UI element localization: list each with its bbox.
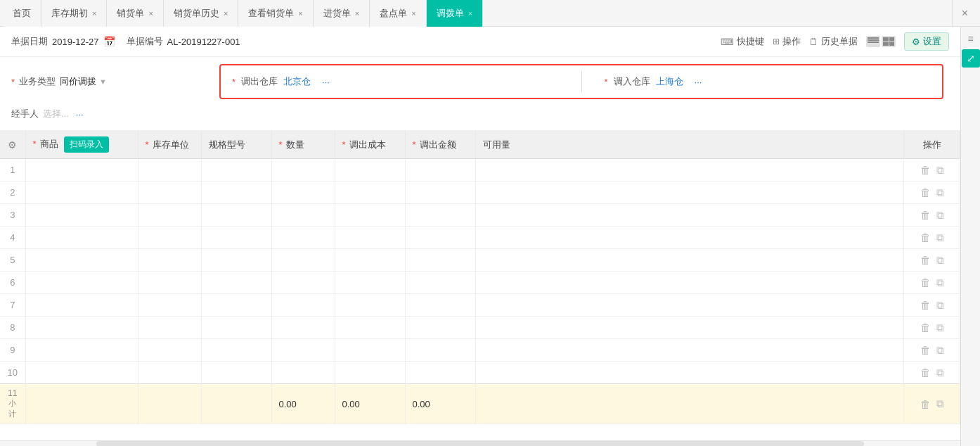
cell-cost[interactable] (335, 362, 405, 384)
close-tab-purchase-order[interactable]: × (355, 9, 359, 18)
copy-icon[interactable]: ⧉ (936, 254, 944, 267)
cell-cost[interactable] (335, 294, 405, 317)
cell-cost[interactable] (335, 339, 405, 362)
tab-transfer-order[interactable]: 调拨单 × (427, 0, 483, 27)
cell-spec[interactable] (201, 181, 271, 204)
delete-icon[interactable]: 🗑 (920, 299, 931, 311)
cell-product[interactable] (25, 294, 138, 317)
tab-home[interactable]: 首页 (3, 0, 41, 27)
settings-button[interactable]: ⚙ 设置 (904, 32, 949, 51)
tab-inventory-check[interactable]: 盘点单 × (370, 0, 426, 27)
cell-spec[interactable] (201, 204, 271, 227)
cell-cost[interactable] (335, 181, 405, 204)
cell-qty[interactable] (271, 339, 335, 362)
copy-icon[interactable]: ⧉ (936, 186, 944, 199)
cell-qty[interactable] (271, 317, 335, 339)
delete-icon[interactable]: 🗑 (920, 254, 931, 266)
cell-spec[interactable] (201, 317, 271, 339)
close-tab-transfer-order[interactable]: × (468, 9, 472, 18)
scan-button[interactable]: 扫码录入 (64, 136, 109, 153)
warehouse-out-more-btn[interactable]: ··· (322, 77, 330, 87)
copy-icon[interactable]: ⧉ (936, 321, 944, 334)
cell-product[interactable] (25, 159, 138, 181)
cell-unit[interactable] (138, 249, 201, 272)
cell-product[interactable] (25, 339, 138, 362)
close-tab-inventory-init[interactable]: × (92, 9, 96, 18)
cell-unit[interactable] (138, 227, 201, 249)
copy-icon[interactable]: ⧉ (936, 164, 944, 177)
delete-icon[interactable]: 🗑 (920, 367, 931, 378)
dropdown-icon[interactable]: ▼ (99, 77, 107, 86)
cell-unit[interactable] (138, 181, 201, 204)
cell-spec[interactable] (201, 272, 271, 294)
cell-spec[interactable] (201, 227, 271, 249)
tab-sales-history[interactable]: 销货单历史 × (164, 0, 238, 27)
cell-spec[interactable] (201, 249, 271, 272)
cell-qty[interactable] (271, 181, 335, 204)
cell-cost[interactable] (335, 272, 405, 294)
cell-spec[interactable] (201, 294, 271, 317)
copy-icon[interactable]: ⧉ (936, 299, 944, 312)
cell-qty[interactable] (271, 249, 335, 272)
cell-product[interactable] (25, 272, 138, 294)
delete-icon[interactable]: 🗑 (920, 321, 931, 333)
cell-product[interactable] (25, 204, 138, 227)
cell-spec[interactable] (201, 159, 271, 181)
business-type-select[interactable]: 同价调拨 ▼ (60, 75, 186, 88)
cell-product[interactable] (25, 249, 138, 272)
cell-amount[interactable] (405, 317, 475, 339)
cell-amount[interactable] (405, 181, 475, 204)
cell-cost[interactable] (335, 159, 405, 181)
cell-amount[interactable] (405, 159, 475, 181)
cell-qty[interactable] (271, 159, 335, 181)
cell-cost[interactable] (335, 249, 405, 272)
cell-amount[interactable] (405, 204, 475, 227)
copy-icon[interactable]: ⧉ (936, 231, 944, 244)
close-tab-sales-order[interactable]: × (148, 9, 153, 18)
calendar-icon[interactable]: 📅 (103, 36, 115, 47)
cell-qty[interactable] (271, 294, 335, 317)
cell-spec[interactable] (201, 339, 271, 362)
cell-qty[interactable] (271, 272, 335, 294)
delete-icon[interactable]: 🗑 (920, 186, 931, 198)
cell-unit[interactable] (138, 339, 201, 362)
cell-unit[interactable] (138, 272, 201, 294)
copy-icon[interactable]: ⧉ (936, 397, 944, 410)
tab-view-sales[interactable]: 查看销货单 × (238, 0, 313, 27)
copy-icon[interactable]: ⧉ (936, 344, 944, 357)
sidebar-list-icon[interactable]: ≡ (962, 30, 980, 48)
tab-sales-order[interactable]: 销货单 × (107, 0, 163, 27)
cell-unit[interactable] (138, 159, 201, 181)
layout-grid-icon[interactable] (882, 36, 896, 47)
warehouse-in-more-btn[interactable]: ··· (695, 77, 702, 87)
cell-spec[interactable] (201, 362, 271, 384)
delete-icon[interactable]: 🗑 (920, 164, 931, 176)
delete-icon[interactable]: 🗑 (920, 398, 931, 410)
tab-purchase-order[interactable]: 进货单 × (314, 0, 370, 27)
layout-list-icon[interactable] (866, 36, 880, 47)
cell-unit[interactable] (138, 362, 201, 384)
person-select[interactable]: 选择... (43, 108, 69, 120)
cell-amount[interactable] (405, 294, 475, 317)
cell-amount[interactable] (405, 362, 475, 384)
cell-unit[interactable] (138, 317, 201, 339)
cell-product[interactable] (25, 227, 138, 249)
cell-product[interactable] (25, 362, 138, 384)
cell-qty[interactable] (271, 227, 335, 249)
cell-unit[interactable] (138, 294, 201, 317)
cell-amount[interactable] (405, 227, 475, 249)
person-more-btn[interactable]: ··· (76, 109, 84, 120)
cell-product[interactable] (25, 317, 138, 339)
tab-inventory-init[interactable]: 库存期初 × (41, 0, 107, 27)
cell-cost[interactable] (335, 227, 405, 249)
copy-icon[interactable]: ⧉ (936, 209, 944, 222)
gear-icon[interactable]: ⚙ (8, 139, 17, 151)
sidebar-expand-icon[interactable]: ⤢ (962, 49, 980, 68)
scroll-area[interactable] (0, 440, 960, 446)
window-close-button[interactable]: × (952, 0, 977, 27)
close-tab-sales-history[interactable]: × (224, 9, 228, 18)
close-tab-inventory-check[interactable]: × (411, 9, 415, 18)
cell-amount[interactable] (405, 272, 475, 294)
cell-qty[interactable] (271, 204, 335, 227)
delete-icon[interactable]: 🗑 (920, 231, 931, 243)
